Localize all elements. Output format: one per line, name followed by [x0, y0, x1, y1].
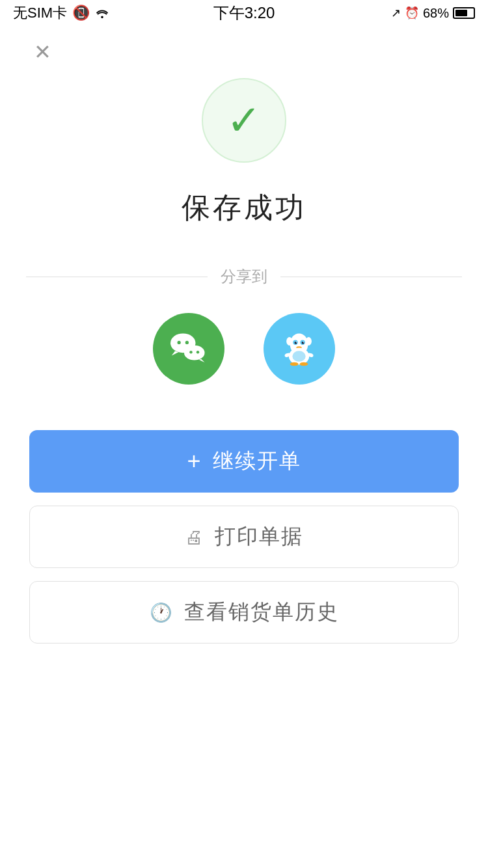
alarm-icon: ⏰ [405, 6, 419, 20]
qq-logo-icon [280, 329, 319, 368]
sim-icon: 📵 [72, 5, 90, 21]
location-icon: ↗ [391, 6, 401, 20]
svg-point-6 [197, 351, 199, 353]
wechat-logo-icon [166, 326, 211, 372]
svg-point-10 [306, 337, 312, 346]
continue-button[interactable]: + 继续开单 [29, 430, 459, 493]
svg-point-9 [286, 337, 292, 346]
battery-icon [453, 7, 475, 19]
share-icons [153, 313, 335, 385]
share-label: 分享到 [208, 266, 280, 287]
history-icon: 🕐 [150, 602, 174, 623]
status-time: 下午3:20 [213, 3, 275, 23]
wechat-share-button[interactable] [153, 313, 224, 385]
svg-point-16 [303, 342, 304, 342]
svg-point-1 [178, 341, 181, 344]
svg-point-19 [292, 351, 305, 362]
svg-point-5 [189, 351, 192, 353]
plus-icon: + [187, 450, 202, 473]
share-section: 分享到 [0, 266, 488, 385]
svg-point-4 [184, 346, 205, 360]
svg-point-21 [299, 362, 308, 366]
share-divider: 分享到 [0, 266, 488, 287]
history-label: 查看销货单历史 [184, 598, 339, 627]
print-icon: 🖨 [185, 526, 204, 548]
print-button[interactable]: 🖨 打印单据 [29, 506, 459, 568]
close-icon: ✕ [34, 42, 51, 62]
svg-point-15 [296, 342, 297, 342]
history-button[interactable]: 🕐 查看销货单历史 [29, 581, 459, 644]
status-bar: 无SIM卡 📵 下午3:20 ↗ ⏰ 68% [0, 0, 488, 26]
close-button[interactable]: ✕ [26, 36, 59, 68]
main-content: ✓ 保存成功 分享到 [0, 26, 488, 644]
status-right: ↗ ⏰ 68% [391, 6, 475, 21]
print-label: 打印单据 [215, 522, 303, 551]
battery-percent: 68% [423, 6, 449, 21]
checkmark-icon: ✓ [226, 100, 262, 141]
wifi-icon [95, 8, 109, 18]
svg-marker-7 [199, 359, 205, 362]
svg-point-2 [185, 341, 189, 344]
action-buttons: + 继续开单 🖨 打印单据 🕐 查看销货单历史 [29, 430, 459, 644]
carrier-text: 无SIM卡 [13, 3, 67, 23]
continue-label: 继续开单 [213, 447, 301, 476]
svg-point-20 [290, 362, 299, 366]
qq-share-button[interactable] [264, 313, 335, 385]
status-left: 无SIM卡 📵 [13, 3, 109, 23]
success-icon-circle: ✓ [202, 78, 286, 163]
success-title: 保存成功 [182, 189, 306, 227]
